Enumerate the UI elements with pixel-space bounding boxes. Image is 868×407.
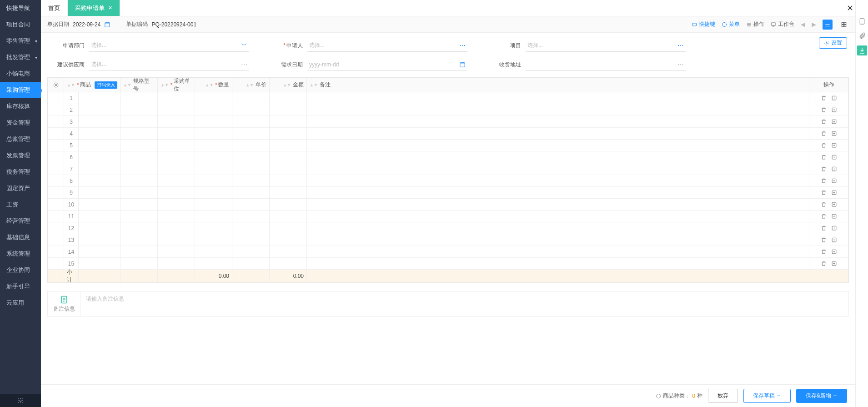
table-row[interactable]: 4	[48, 128, 848, 140]
table-row[interactable]: 3	[48, 116, 848, 128]
sidebar-item-6[interactable]: 库存核算	[0, 98, 41, 115]
view-form-icon[interactable]	[823, 20, 833, 30]
prev-icon[interactable]: ◀	[801, 21, 805, 28]
rail-export-icon[interactable]	[857, 45, 867, 55]
close-all-icon[interactable]: ✕	[844, 0, 855, 16]
sidebar-item-17[interactable]: 新手引导	[0, 278, 41, 295]
sidebar-item-13[interactable]: 经营管理	[0, 213, 41, 229]
col-price[interactable]: ▲▼单价	[232, 78, 270, 92]
table-row[interactable]: 13	[48, 234, 848, 246]
sidebar-item-2[interactable]: 零售管理▾	[0, 33, 41, 49]
add-row-icon[interactable]	[831, 178, 837, 184]
delete-row-icon[interactable]	[821, 190, 827, 196]
col-unit[interactable]: ▲▼*采购单位	[158, 78, 195, 92]
add-row-icon[interactable]	[831, 213, 837, 219]
table-row[interactable]: 7	[48, 163, 848, 175]
view-list-icon[interactable]	[839, 20, 849, 30]
table-row[interactable]: 5	[48, 140, 848, 151]
sidebar-item-9[interactable]: 发票管理	[0, 147, 41, 164]
rail-doc-icon[interactable]	[857, 16, 867, 26]
table-row[interactable]: 1	[48, 92, 848, 104]
tab-home[interactable]: 首页	[41, 0, 68, 16]
add-row-icon[interactable]	[831, 166, 837, 172]
sidebar-item-3[interactable]: 批发管理▾	[0, 49, 41, 65]
delete-row-icon[interactable]	[821, 131, 827, 136]
add-row-icon[interactable]	[831, 249, 837, 255]
col-spec[interactable]: ▲▼规格型号	[120, 78, 158, 92]
rail-attach-icon[interactable]	[857, 31, 867, 41]
calendar-icon[interactable]	[104, 21, 110, 28]
table-row[interactable]: 15	[48, 258, 848, 270]
table-row[interactable]: 8	[48, 175, 848, 187]
add-row-icon[interactable]	[831, 190, 837, 196]
need-date-input[interactable]: yyyy-mm-dd	[307, 58, 467, 71]
delete-row-icon[interactable]	[821, 178, 827, 184]
delete-row-icon[interactable]	[821, 166, 827, 172]
sidebar-item-8[interactable]: 总账管理	[0, 131, 41, 147]
add-row-icon[interactable]	[831, 201, 837, 207]
delete-row-icon[interactable]	[821, 201, 827, 207]
addr-input[interactable]: ⋯	[526, 58, 686, 71]
sidebar-item-18[interactable]: 云应用	[0, 295, 41, 311]
add-row-icon[interactable]	[831, 154, 837, 160]
sidebar-gear-icon[interactable]	[0, 394, 41, 407]
sidebar-item-15[interactable]: 系统管理	[0, 246, 41, 262]
close-icon[interactable]: ✕	[108, 5, 112, 11]
delete-row-icon[interactable]	[821, 119, 827, 125]
sidebar-item-12[interactable]: 工资	[0, 196, 41, 213]
settings-button[interactable]: 设置	[819, 37, 847, 49]
tab-active[interactable]: 采购申请单✕	[68, 0, 120, 16]
table-row[interactable]: 12	[48, 222, 848, 234]
next-icon[interactable]: ▶	[812, 21, 816, 28]
sidebar-item-10[interactable]: 税务管理	[0, 164, 41, 180]
add-row-icon[interactable]	[831, 107, 837, 113]
sidebar-item-5[interactable]: 采购管理	[0, 82, 41, 98]
add-row-icon[interactable]	[831, 95, 837, 101]
table-row[interactable]: 9	[48, 187, 848, 199]
add-row-icon[interactable]	[831, 225, 837, 231]
sidebar-item-7[interactable]: 资金管理	[0, 115, 41, 131]
delete-row-icon[interactable]	[821, 142, 827, 148]
doc-date-value[interactable]: 2022-09-24	[73, 21, 100, 28]
delete-row-icon[interactable]	[821, 154, 827, 160]
ops-link[interactable]: 操作	[746, 20, 764, 28]
delete-row-icon[interactable]	[821, 249, 827, 255]
table-row[interactable]: 6	[48, 151, 848, 163]
col-note[interactable]: ▲▼备注	[307, 78, 809, 92]
delete-row-icon[interactable]	[821, 213, 827, 219]
scan-badge[interactable]: 扫码录入	[95, 81, 117, 89]
col-product[interactable]: ▲▼*商品扫码录入	[64, 78, 120, 92]
gear-icon[interactable]	[48, 78, 64, 92]
add-row-icon[interactable]	[831, 261, 837, 266]
workbench-link[interactable]: 工作台	[771, 20, 794, 28]
delete-row-icon[interactable]	[821, 237, 827, 243]
sidebar-item-0[interactable]: 快捷导航	[0, 0, 41, 16]
add-row-icon[interactable]	[831, 131, 837, 136]
remarks-input[interactable]: 请输入备注信息	[80, 291, 848, 316]
table-row[interactable]: 11	[48, 211, 848, 222]
add-row-icon[interactable]	[831, 237, 837, 243]
delete-row-icon[interactable]	[821, 95, 827, 101]
sidebar-item-16[interactable]: 企业协同	[0, 262, 41, 278]
sidebar-item-11[interactable]: 固定资产	[0, 180, 41, 196]
add-row-icon[interactable]	[831, 142, 837, 148]
save-draft-button[interactable]: 保存草稿﹀	[743, 389, 791, 403]
sidebar-item-14[interactable]: 基础信息	[0, 229, 41, 246]
supplier-select[interactable]: 选择... ⋯	[89, 58, 249, 71]
col-qty[interactable]: ▲▼*数量	[195, 78, 232, 92]
table-row[interactable]: 10	[48, 199, 848, 211]
sidebar-item-4[interactable]: 小畅电商	[0, 65, 41, 82]
delete-row-icon[interactable]	[821, 225, 827, 231]
menu-link[interactable]: 菜单	[722, 20, 740, 28]
discard-button[interactable]: 放弃	[708, 389, 738, 403]
delete-row-icon[interactable]	[821, 107, 827, 113]
applicant-select[interactable]: 选择... ⋯	[307, 39, 467, 52]
project-select[interactable]: 选择... ⋯	[526, 39, 686, 52]
save-new-button[interactable]: 保存&新增﹀	[796, 389, 847, 403]
table-row[interactable]: 2	[48, 104, 848, 116]
shortcut-link[interactable]: 快捷键	[692, 20, 715, 28]
add-row-icon[interactable]	[831, 119, 837, 125]
dept-select[interactable]: 选择... ﹀	[89, 39, 249, 52]
sidebar-item-1[interactable]: 项目合同	[0, 16, 41, 33]
delete-row-icon[interactable]	[821, 261, 827, 266]
